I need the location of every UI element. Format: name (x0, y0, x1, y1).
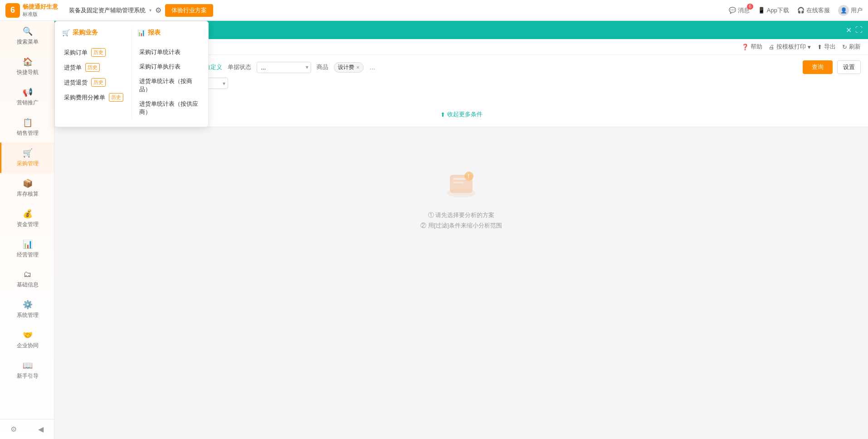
close-all-tabs-button[interactable]: ✕ (846, 26, 852, 35)
status-label: 单据状态 (228, 63, 251, 71)
headset-icon: 🎧 (797, 7, 805, 14)
goods-tag-close[interactable]: ✕ (356, 65, 360, 70)
refresh-label: 刷新 (849, 43, 861, 51)
help-button[interactable]: ❓ 帮助 (741, 43, 762, 51)
menu-item-purchase-order[interactable]: 采购订单 历史 (62, 45, 126, 60)
empty-illustration: ! (441, 163, 482, 204)
top-bar-icons: 💬 消息 6 📱 App下载 🎧 在线客服 👤 用户 (729, 5, 863, 16)
sidebar-item-system[interactable]: ⚙️ 系统管理 (0, 294, 54, 325)
menu-divider (132, 29, 132, 119)
settings-gear-button[interactable]: ⚙ (155, 6, 161, 15)
app-download-button[interactable]: 📱 App下载 (758, 6, 789, 15)
report-section-title: 📊 报表 (137, 29, 201, 39)
sidebar-item-inventory[interactable]: 📦 库存核算 (0, 173, 54, 203)
sidebar-label-operations: 经营管理 (17, 251, 39, 259)
goods-tag-design: 设计费 ✕ (334, 62, 364, 73)
sidebar-settings-button[interactable]: ⚙ (10, 425, 17, 434)
fullscreen-button[interactable]: ⛶ (855, 26, 863, 34)
export-button[interactable]: ⬆ 导出 (817, 43, 836, 51)
sidebar-item-guide[interactable]: 📖 新手引导 (0, 355, 54, 385)
megaphone-icon: 📢 (23, 87, 33, 97)
message-icon: 💬 (729, 7, 736, 14)
menu-item-report-2[interactable]: 进货单统计表（按商品） (137, 74, 201, 97)
user-button[interactable]: 👤 用户 (838, 5, 863, 16)
sidebar-label-search: 搜索菜单 (17, 38, 39, 46)
sidebar: 🔍 搜索菜单 🏠 快捷导航 📢 营销推广 📋 销售管理 🛒 采购管理 📦 库存核… (0, 21, 54, 439)
book-icon: 📖 (23, 360, 33, 370)
sidebar-label-marketing: 营销推广 (17, 99, 39, 107)
print-icon: 🖨 (769, 44, 775, 50)
money-icon: 💰 (23, 209, 33, 219)
phone-icon: 📱 (758, 7, 765, 14)
purchase-section: 🛒 采购业务 采购订单 历史 进货单 历史 进货退货 历史 采购费用分摊单 历史 (62, 29, 126, 119)
sidebar-label-finance: 资金管理 (17, 221, 39, 228)
menu-item-report-0[interactable]: 采购订单统计表 (137, 45, 201, 59)
online-service-label: 在线客服 (806, 6, 830, 15)
goods-chips: 设计费 ✕ (334, 62, 364, 73)
status-select[interactable]: ... (257, 62, 311, 73)
report-section: 📊 报表 采购订单统计表 采购订单执行表 进货单统计表（按商品） 进货单统计表（… (137, 29, 201, 119)
logo-text: 畅捷通好生意 标准版 (23, 3, 58, 17)
menu-item-report-3[interactable]: 进货单统计表（按供应商） (137, 97, 201, 119)
sidebar-label-basic-info: 基础信息 (17, 281, 39, 289)
info-icon: 🗂 (24, 270, 32, 279)
search-icon: 🔍 (23, 26, 33, 36)
history-badge-1[interactable]: 历史 (85, 63, 100, 72)
print-template-button[interactable]: 🖨 按模板打印 ▾ (769, 43, 811, 51)
message-button[interactable]: 💬 消息 6 (729, 6, 750, 15)
menu-item-purchase-expense[interactable]: 采购费用分摊单 历史 (62, 90, 126, 105)
refresh-button[interactable]: ↻ 刷新 (842, 43, 861, 51)
goods-label: 商品 (317, 63, 328, 71)
export-icon: ⬆ (817, 44, 822, 50)
avatar-icon: 👤 (838, 5, 849, 16)
setting-button[interactable]: 设置 (837, 60, 861, 74)
sidebar-item-quick-nav[interactable]: 🏠 快捷导航 (0, 51, 54, 82)
sidebar-label-guide: 新手引导 (17, 372, 39, 380)
sidebar-item-enterprise[interactable]: 🤝 企业协同 (0, 325, 54, 355)
online-service-button[interactable]: 🎧 在线客服 (797, 6, 830, 15)
history-badge-3[interactable]: 历史 (109, 93, 123, 102)
goods-more-button[interactable]: ... (369, 63, 375, 71)
export-label: 导出 (824, 43, 836, 51)
sidebar-item-basic-info[interactable]: 🗂 基础信息 (0, 264, 54, 294)
chart-icon: 📊 (23, 239, 33, 249)
svg-rect-3 (453, 182, 464, 183)
industry-solution-button[interactable]: 体验行业方案 (165, 4, 213, 17)
system-dropdown-arrow[interactable]: ▾ (149, 8, 151, 13)
user-label: 用户 (851, 6, 863, 15)
help-icon: ❓ (741, 44, 749, 50)
gear-icon: ⚙️ (23, 300, 33, 310)
sidebar-item-search[interactable]: 🔍 搜索菜单 (0, 21, 54, 51)
purchase-section-title: 🛒 采购业务 (62, 29, 126, 39)
collapse-filter-button[interactable]: ⬆ 收起更多条件 (440, 108, 483, 121)
report-section-icon: 📊 (137, 29, 145, 36)
system-name: 装备及固定资产辅助管理系统 (69, 6, 146, 15)
app-download-label: App下载 (767, 6, 789, 15)
message-badge: 6 (747, 4, 753, 10)
cart-icon: 🛒 (23, 148, 33, 158)
sidebar-bottom: ⚙ ◀ (0, 419, 54, 439)
menu-item-report-1[interactable]: 采购订单执行表 (137, 59, 201, 74)
sidebar-label-sales: 销售管理 (17, 129, 39, 137)
home-icon: 🏠 (23, 57, 33, 67)
sidebar-label-system: 系统管理 (17, 311, 39, 319)
query-button[interactable]: 查询 (803, 60, 833, 74)
refresh-icon: ↻ (842, 44, 847, 50)
history-badge-0[interactable]: 历史 (91, 48, 106, 57)
sidebar-item-purchase[interactable]: 🛒 采购管理 (0, 143, 54, 173)
print-dropdown-icon: ▾ (808, 44, 811, 50)
sidebar-item-sales[interactable]: 📋 销售管理 (0, 112, 54, 143)
sidebar-label-quick-nav: 快捷导航 (17, 69, 39, 76)
sidebar-item-marketing[interactable]: 📢 营销推广 (0, 82, 54, 112)
sidebar-collapse-button[interactable]: ◀ (38, 425, 44, 434)
history-badge-2[interactable]: 历史 (91, 78, 106, 87)
menu-item-incoming-order[interactable]: 进货单 历史 (62, 60, 126, 75)
sidebar-item-operations[interactable]: 📊 经营管理 (0, 234, 54, 264)
top-bar: 6 畅捷通好生意 标准版 装备及固定资产辅助管理系统 ▾ ⚙ 体验行业方案 💬 … (0, 0, 868, 21)
menu-item-return-goods[interactable]: 进货退货 历史 (62, 75, 126, 90)
tab-actions: ✕ ⛶ (846, 26, 868, 35)
help-label: 帮助 (751, 43, 762, 51)
collapse-up-icon: ⬆ (440, 111, 445, 118)
sidebar-item-finance[interactable]: 💰 资金管理 (0, 203, 54, 234)
box-icon: 📦 (23, 178, 33, 188)
